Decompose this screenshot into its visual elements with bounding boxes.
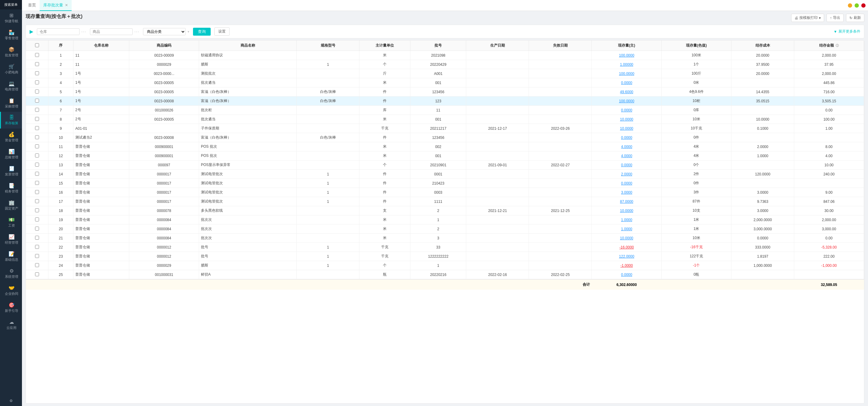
row-qty-main[interactable]: 100.0000 xyxy=(592,97,661,106)
close-button[interactable] xyxy=(861,3,866,8)
row-checkbox[interactable] xyxy=(35,108,39,112)
row-qty-main[interactable]: 0.0000 xyxy=(592,133,661,142)
row-checkbox[interactable] xyxy=(35,80,39,84)
category-select[interactable]: 商品分类 xyxy=(143,28,186,35)
sidebar-item-payroll[interactable]: 💵 工资 xyxy=(0,214,22,231)
row-checkbox-cell[interactable] xyxy=(26,97,48,106)
row-qty-main[interactable]: 10.0000 xyxy=(592,206,661,215)
row-checkbox-cell[interactable] xyxy=(26,225,48,234)
row-checkbox-cell[interactable] xyxy=(26,51,48,60)
row-qty-main[interactable]: 0.0000 xyxy=(592,106,661,115)
row-checkbox-cell[interactable] xyxy=(26,179,48,188)
refresh-button[interactable]: ↻ 刷新 xyxy=(846,14,864,22)
row-checkbox[interactable] xyxy=(35,53,39,57)
row-checkbox[interactable] xyxy=(35,199,39,203)
row-qty-main[interactable]: 0.0000 xyxy=(592,161,661,170)
settings-button[interactable]: 设置 xyxy=(214,27,229,36)
row-checkbox-cell[interactable] xyxy=(26,188,48,197)
row-checkbox[interactable] xyxy=(35,227,39,231)
row-checkbox[interactable] xyxy=(35,263,39,267)
row-checkbox[interactable] xyxy=(35,236,39,240)
row-checkbox-cell[interactable] xyxy=(26,115,48,124)
row-checkbox-cell[interactable] xyxy=(26,133,48,142)
sidebar-item-system[interactable]: ⚙ 系统管理 xyxy=(0,265,22,282)
row-checkbox[interactable] xyxy=(35,126,39,130)
row-qty-main[interactable]: 4.0000 xyxy=(592,151,661,161)
row-qty-main[interactable]: 2.0000 xyxy=(592,170,661,179)
row-qty-main[interactable]: 1.0000 xyxy=(592,225,661,234)
row-checkbox-cell[interactable] xyxy=(26,270,48,280)
row-checkbox[interactable] xyxy=(35,144,39,148)
row-qty-main[interactable]: 3.0000 xyxy=(592,188,661,197)
export-button[interactable]: ↑ 导出 xyxy=(827,14,844,22)
tab-inventory-batch[interactable]: 库存批次量 ✕ xyxy=(40,0,72,11)
row-checkbox[interactable] xyxy=(35,154,39,158)
sidebar-settings[interactable]: ⚙ xyxy=(0,396,22,406)
row-checkbox-cell[interactable] xyxy=(26,243,48,252)
sidebar-item-ecommerce[interactable]: 💻 电商管理 xyxy=(0,78,22,95)
search-button[interactable]: 查询 xyxy=(193,28,211,36)
sidebar-item-tax[interactable]: 📑 税务管理 xyxy=(0,180,22,197)
sidebar-item-general[interactable]: 📊 总账管理 xyxy=(0,145,22,163)
filter-toggle-icon[interactable]: ▶ xyxy=(30,29,33,34)
row-checkbox-cell[interactable] xyxy=(26,151,48,161)
row-checkbox[interactable] xyxy=(35,163,39,167)
row-qty-main[interactable]: 10.0000 xyxy=(592,124,661,133)
row-checkbox[interactable] xyxy=(35,62,39,66)
tab-close-button[interactable]: ✕ xyxy=(65,3,68,7)
row-checkbox-cell[interactable] xyxy=(26,69,48,78)
row-qty-main[interactable]: 0.0000 xyxy=(592,78,661,88)
sidebar-item-invoice[interactable]: 🧾 发票管理 xyxy=(0,163,22,180)
row-checkbox-cell[interactable] xyxy=(26,106,48,115)
row-checkbox[interactable] xyxy=(35,135,39,139)
row-checkbox-cell[interactable] xyxy=(26,206,48,215)
sidebar-item-wholesale[interactable]: 📦 批发管理 xyxy=(0,43,22,61)
col-checkbox[interactable] xyxy=(26,40,48,51)
row-checkbox-cell[interactable] xyxy=(26,261,48,270)
row-checkbox[interactable] xyxy=(35,99,39,103)
row-checkbox[interactable] xyxy=(35,245,39,249)
row-qty-main[interactable]: 1.0000 xyxy=(592,215,661,225)
sidebar-item-fixed-asset[interactable]: 🏢 固定资产 xyxy=(0,197,22,214)
row-qty-main[interactable]: 10.0000 xyxy=(592,234,661,243)
row-qty-main[interactable]: 10.0000 xyxy=(592,115,661,124)
expand-filter-button[interactable]: ▼ 展开更多条件 xyxy=(834,29,860,34)
row-checkbox[interactable] xyxy=(35,190,39,194)
row-qty-main[interactable]: 1.00000 xyxy=(592,60,661,69)
row-checkbox-cell[interactable] xyxy=(26,252,48,261)
row-checkbox[interactable] xyxy=(35,254,39,258)
row-qty-main[interactable]: 100.0000 xyxy=(592,69,661,78)
product-input[interactable] xyxy=(90,28,133,35)
row-qty-main[interactable]: 0.0000 xyxy=(592,179,661,188)
maximize-button[interactable] xyxy=(855,3,859,8)
row-qty-main[interactable]: 87.0000 xyxy=(592,197,661,206)
sidebar-item-basic-info[interactable]: 📝 基础信息 xyxy=(0,248,22,265)
row-checkbox[interactable] xyxy=(35,217,39,222)
select-all-checkbox[interactable] xyxy=(35,43,39,47)
row-qty-main[interactable]: 4.0000 xyxy=(592,142,661,151)
row-checkbox[interactable] xyxy=(35,272,39,276)
tab-home[interactable]: 首页 xyxy=(24,0,40,11)
row-checkbox-cell[interactable] xyxy=(26,161,48,170)
row-checkbox-cell[interactable] xyxy=(26,78,48,88)
sidebar-item-inventory[interactable]: 🗄 库存核算 xyxy=(0,112,22,129)
row-checkbox[interactable] xyxy=(35,117,39,121)
row-checkbox-cell[interactable] xyxy=(26,88,48,97)
row-qty-main[interactable]: -1.0000 xyxy=(592,261,661,270)
minimize-button[interactable] xyxy=(848,3,852,8)
row-checkbox[interactable] xyxy=(35,208,39,212)
row-checkbox-cell[interactable] xyxy=(26,234,48,243)
row-qty-main[interactable]: 100.0000 xyxy=(592,51,661,60)
sidebar-item-cloud[interactable]: ☁ 云应用 xyxy=(0,316,22,333)
row-checkbox-cell[interactable] xyxy=(26,197,48,206)
print-button[interactable]: 🖨 按模板打印 ▾ xyxy=(791,14,824,22)
warehouse-input[interactable] xyxy=(37,28,80,35)
sidebar-item-asset[interactable]: 💰 资金管理 xyxy=(0,129,22,145)
sidebar-item-operations[interactable]: 📈 经营管理 xyxy=(0,231,22,248)
total-info-icon[interactable]: ⓘ xyxy=(836,44,839,47)
row-qty-main[interactable]: 49.6000 xyxy=(592,88,661,97)
row-checkbox-cell[interactable] xyxy=(26,170,48,179)
sidebar-item-mini-commerce[interactable]: 🛒 小肥电商 xyxy=(0,61,22,78)
row-checkbox-cell[interactable] xyxy=(26,142,48,151)
row-qty-main[interactable]: 122.0000 xyxy=(592,252,661,261)
